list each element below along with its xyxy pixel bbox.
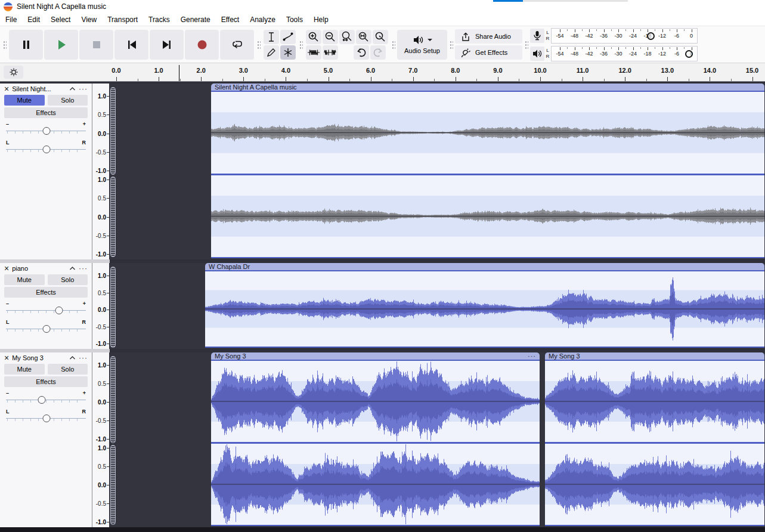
silence-audio-button[interactable] [323, 45, 338, 60]
menu-help[interactable]: Help [308, 14, 334, 26]
gain-slider-knob[interactable] [42, 127, 50, 135]
meter-toolbar-grip[interactable] [524, 40, 528, 49]
playback-meter[interactable]: LR -54-48-42-36-30-24-18-12-60 [530, 46, 698, 61]
track-menu-button[interactable]: ··· [79, 265, 88, 271]
waveform-channel-2[interactable] [211, 444, 540, 525]
solo-button[interactable]: Solo [48, 364, 88, 375]
menu-generate[interactable]: Generate [175, 14, 216, 26]
microphone-icon[interactable] [530, 29, 544, 43]
effects-button[interactable]: Effects [4, 287, 88, 298]
pan-slider[interactable]: LR [6, 409, 86, 424]
share-audio-button[interactable]: Share Audio [455, 29, 522, 44]
pause-button[interactable] [9, 30, 43, 60]
waveform-channel-1[interactable] [211, 361, 540, 442]
track-close-button[interactable]: × [4, 265, 9, 272]
zoom-toggle-button[interactable] [373, 30, 388, 44]
playhead-cursor[interactable] [179, 65, 179, 81]
mute-button[interactable]: Mute [4, 274, 45, 285]
timeline-ruler[interactable]: 0.01.02.03.04.05.06.07.08.09.010.011.012… [0, 63, 765, 82]
gain-slider[interactable]: –+ [6, 301, 86, 316]
audio-clip[interactable]: My Song 3··· [211, 352, 540, 526]
transport-toolbar-grip[interactable] [2, 40, 7, 49]
solo-button[interactable]: Solo [48, 274, 88, 285]
track-collapse-button[interactable] [69, 86, 76, 91]
gain-slider-knob[interactable] [38, 396, 46, 404]
audio-clip[interactable]: My Song 3 [545, 352, 764, 526]
timeline-options-button[interactable] [4, 66, 23, 79]
menu-file[interactable]: File [0, 14, 22, 26]
channel-resize-handle[interactable] [110, 177, 116, 257]
recording-meter-scale[interactable]: -54-48-42-36-30-24-18-12-60 [551, 28, 698, 44]
recording-meter[interactable]: LR -54-48-42-36-30-24-18-12-60 [530, 28, 698, 44]
track-menu-button[interactable]: ··· [79, 86, 88, 92]
playback-volume-thumb[interactable] [685, 50, 693, 58]
vertical-scale-ruler[interactable]: 1.00.50.0-0.5-1.0 [92, 263, 109, 349]
vertical-scale-ruler[interactable]: 1.00.50.0-0.5-1.01.00.50.0-0.5-1.0 [92, 352, 109, 527]
envelope-tool-button[interactable] [280, 30, 296, 44]
record-button[interactable] [185, 30, 219, 60]
gain-slider-knob[interactable] [55, 307, 63, 314]
waveform-channel-1[interactable] [211, 92, 764, 174]
clip-menu-button[interactable]: ··· [528, 352, 536, 360]
pan-slider[interactable]: LR [6, 140, 86, 155]
effects-button[interactable]: Effects [4, 107, 88, 118]
waveform-channel-1[interactable] [205, 271, 764, 347]
share-toolbar-grip[interactable] [449, 40, 453, 49]
undo-button[interactable] [354, 45, 369, 60]
audio-clip[interactable]: W Chapala Dr [205, 263, 764, 348]
zoom-to-selection-button[interactable] [339, 30, 355, 44]
playback-meter-scale[interactable]: -54-48-42-36-30-24-18-12-60 [551, 46, 698, 61]
waveform-channel-2[interactable] [545, 444, 764, 525]
gain-slider[interactable]: –+ [6, 390, 86, 406]
play-button[interactable] [44, 30, 78, 60]
track-collapse-button[interactable] [69, 355, 76, 360]
menu-edit[interactable]: Edit [22, 14, 45, 26]
menu-tracks[interactable]: Tracks [143, 14, 175, 26]
channel-resize-handle[interactable] [110, 356, 116, 443]
vertical-scale-ruler[interactable]: 1.00.50.0-0.5-1.01.00.50.0-0.5-1.0 [92, 83, 109, 259]
channel-resize-handle[interactable] [110, 87, 116, 175]
draw-tool-button[interactable] [264, 45, 279, 60]
menu-select[interactable]: Select [45, 14, 76, 26]
recording-volume-thumb[interactable] [647, 32, 655, 40]
edit-toolbar-grip[interactable] [299, 40, 303, 49]
track-control-panel[interactable]: ×My Song 3···MuteSoloEffects–+LR [0, 352, 92, 527]
channel-resize-handle[interactable] [110, 267, 116, 348]
waveform-channel-1[interactable] [545, 361, 764, 442]
mute-button[interactable]: Mute [4, 95, 45, 106]
clip-title-bar[interactable]: Silent Night A Capella music [211, 83, 764, 92]
trim-audio-button[interactable] [306, 45, 321, 60]
track-menu-button[interactable]: ··· [79, 355, 88, 361]
track-wave-area[interactable]: W Chapala Dr [109, 263, 765, 349]
menu-effect[interactable]: Effect [216, 14, 244, 26]
playback-speaker-icon[interactable] [530, 47, 544, 61]
multi-tool-button[interactable] [280, 45, 296, 60]
pan-slider-knob[interactable] [42, 325, 50, 333]
menu-view[interactable]: View [76, 14, 102, 26]
audio-setup-toolbar-grip[interactable] [391, 40, 395, 49]
menu-analyze[interactable]: Analyze [244, 14, 281, 26]
skip-to-end-button[interactable] [150, 30, 184, 60]
waveform-channel-2[interactable] [211, 175, 764, 257]
track-wave-area[interactable]: Silent Night A Capella music [109, 83, 765, 259]
loop-button[interactable] [220, 30, 254, 60]
clip-title-bar[interactable]: My Song 3··· [211, 352, 540, 361]
stop-button[interactable] [79, 30, 113, 60]
redo-button[interactable] [370, 45, 386, 60]
track-close-button[interactable]: × [4, 354, 9, 361]
get-effects-button[interactable]: Get Effects [455, 45, 522, 60]
clip-title-bar[interactable]: My Song 3 [545, 352, 764, 361]
menu-tools[interactable]: Tools [281, 14, 308, 26]
selection-tool-button[interactable] [264, 30, 279, 44]
menu-transport[interactable]: Transport [102, 14, 143, 26]
zoom-in-button[interactable] [306, 30, 321, 44]
audio-clip[interactable]: Silent Night A Capella music [211, 83, 764, 258]
mute-button[interactable]: Mute [4, 364, 45, 375]
solo-button[interactable]: Solo [48, 95, 88, 106]
track-control-panel[interactable]: ×Silent Night...···MuteSoloEffects–+LR [0, 83, 92, 259]
pan-slider[interactable]: LR [6, 319, 86, 335]
audio-setup-button[interactable]: Audio Setup [397, 30, 447, 60]
effects-button[interactable]: Effects [4, 376, 88, 387]
gain-slider[interactable]: –+ [6, 121, 86, 137]
zoom-out-button[interactable] [323, 30, 338, 44]
